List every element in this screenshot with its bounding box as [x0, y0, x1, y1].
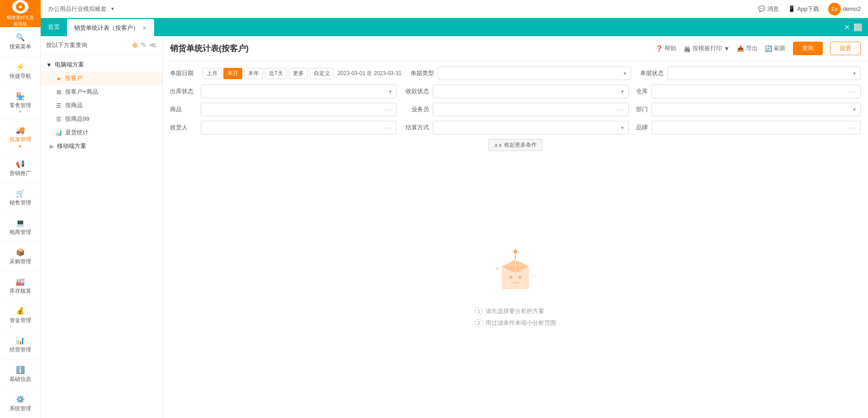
- collapse-side-icon[interactable]: ≪: [149, 41, 157, 49]
- settlement-select[interactable]: ▼: [433, 121, 628, 134]
- sidebar-item-inventory[interactable]: 🏭 库存核算: [0, 271, 40, 301]
- collection-status-select[interactable]: ▼: [433, 85, 628, 98]
- salesperson-label: 业务员: [402, 105, 429, 114]
- scheme-tree: ▼ 电脑端方案 ● 按客户 ⊞ 按客户+商品 ☰ 按商品: [41, 54, 162, 157]
- search-icon: 🔍: [16, 33, 25, 42]
- sidebar-item-basic[interactable]: ℹ️ 基础信息: [0, 360, 40, 389]
- edit-scheme-icon[interactable]: ✎: [141, 41, 146, 49]
- tree-item-by-customer[interactable]: ● 按客户: [41, 71, 162, 85]
- sidebar-logo: 畅捷通好生意 标准版: [0, 0, 41, 27]
- department-arrow-icon: ▼: [852, 107, 857, 112]
- collapse-button[interactable]: ∧∧ 收起更多条件: [488, 139, 542, 151]
- goods-select[interactable]: ···: [201, 103, 396, 116]
- sidebar-item-purchase[interactable]: 📦 采购管理: [0, 242, 40, 271]
- tree-item-by-goods[interactable]: ☰ 按商品: [41, 99, 162, 112]
- mobile-group-label: 移动端方案: [57, 142, 86, 150]
- refresh-action[interactable]: 🔄 刷新: [765, 44, 786, 52]
- by-goods-icon: ☰: [55, 102, 62, 109]
- date-label: 单据日期: [170, 69, 197, 77]
- sidebar-item-retail[interactable]: 🏪 零售管理 ▼: [0, 86, 40, 120]
- desktop-group-label: 电脑端方案: [55, 61, 84, 69]
- tree-group-desktop-header[interactable]: ▼ 电脑端方案: [41, 58, 162, 71]
- side-panel-title: 按以下方案查询: [46, 41, 128, 49]
- date-btn-last-7-days[interactable]: 近7天: [265, 68, 287, 79]
- warehouse-label: 仓库: [634, 87, 648, 95]
- by-customer-icon: ●: [55, 75, 62, 82]
- date-btn-this-month[interactable]: 本月: [223, 68, 242, 79]
- out-status-group: 出库状态 ▼: [170, 85, 396, 98]
- print-action[interactable]: 🖨️ 按模板打印 ▼: [684, 44, 730, 52]
- bill-status-select[interactable]: ▼: [667, 66, 861, 80]
- sidebar-item-ecommerce[interactable]: 💻 电商管理: [0, 213, 40, 242]
- receiver-group: 收货人 ···: [170, 121, 396, 134]
- brand-label: 品牌: [634, 124, 648, 132]
- bill-type-arrow-icon: ▼: [623, 71, 627, 76]
- tab-home-label: 首页: [48, 23, 60, 31]
- message-label: 消息: [767, 5, 779, 13]
- date-btn-last-month[interactable]: 上月: [203, 68, 222, 79]
- sidebar-wholesale-label: 批发管理: [9, 136, 31, 143]
- filter-row-2: 出库状态 ▼ 收款状态 ▼ 仓库: [170, 85, 861, 98]
- add-scheme-icon[interactable]: ⊕: [132, 41, 138, 49]
- bill-status-label: 单据状态: [637, 69, 664, 77]
- tree-group-mobile-header[interactable]: ▶ 移动端方案: [41, 139, 162, 153]
- tab-bar: 首页 销货单统计表（按客户） ✕ ✕ ⬜: [41, 18, 868, 36]
- date-btn-custom[interactable]: 自定义: [310, 68, 334, 79]
- bill-type-group: 单据类型 ▼: [407, 66, 631, 80]
- department-select[interactable]: ▼: [651, 103, 861, 116]
- settings-button[interactable]: 设置: [830, 42, 861, 55]
- account-name: 办公用品行业模拟账套: [48, 5, 107, 13]
- quick-nav-icon: ⚡: [16, 62, 25, 71]
- collection-status-arrow-icon: ▼: [620, 89, 625, 94]
- salesperson-select[interactable]: ···: [433, 103, 628, 116]
- receiver-select[interactable]: ···: [201, 121, 396, 134]
- export-action[interactable]: 📤 导出: [737, 44, 758, 52]
- app-download-btn[interactable]: 📱 App下载: [788, 5, 819, 13]
- empty-illustration: [488, 244, 542, 298]
- tab-sales-stats[interactable]: 销货单统计表（按客户） ✕: [67, 19, 154, 37]
- date-btn-more[interactable]: 更多: [289, 68, 308, 79]
- tree-item-return-stats[interactable]: 📊 退货统计: [41, 126, 162, 139]
- sidebar-item-wholesale[interactable]: 🚚 批发管理 ▲: [0, 120, 40, 154]
- account-dropdown-icon[interactable]: ▼: [110, 6, 115, 11]
- sidebar-item-system[interactable]: ⚙️ 系统管理: [0, 389, 40, 418]
- tip-num-1: 1: [475, 307, 483, 315]
- query-button[interactable]: 查询: [793, 42, 823, 55]
- window-maximize-icon[interactable]: ⬜: [854, 23, 863, 32]
- page-actions: ❓ 帮助 🖨️ 按模板打印 ▼ 📤 导出 🔄 刷新: [656, 42, 861, 55]
- tab-close-icon[interactable]: ✕: [142, 25, 147, 31]
- print-dropdown-icon[interactable]: ▼: [724, 45, 730, 52]
- refresh-icon: 🔄: [765, 45, 772, 52]
- brand-select[interactable]: ···: [651, 121, 861, 134]
- brand-dots-icon: ···: [849, 124, 857, 131]
- by-goods-99-label: 按商品99: [65, 115, 89, 123]
- window-close-icon[interactable]: ✕: [844, 23, 850, 32]
- out-status-select[interactable]: ▼: [201, 85, 396, 98]
- app-download-label: App下载: [797, 5, 819, 13]
- user-menu[interactable]: Ea demo2: [828, 3, 861, 15]
- message-btn[interactable]: 💬 消息: [758, 5, 779, 13]
- sidebar-search-label: 搜索菜单: [9, 43, 31, 51]
- tab-home[interactable]: 首页: [41, 18, 67, 36]
- sidebar-item-sales[interactable]: 🛒 销售管理: [0, 183, 40, 213]
- help-icon: ❓: [656, 45, 663, 52]
- bill-type-select[interactable]: ▼: [438, 66, 631, 80]
- receiver-label: 收货人: [170, 124, 197, 132]
- tip-num-2: 2: [475, 319, 483, 327]
- tree-item-by-goods-99[interactable]: ☰ 按商品99: [41, 112, 162, 126]
- sales-icon: 🛒: [16, 189, 25, 198]
- sidebar-item-finance[interactable]: 💰 资金管理: [0, 301, 40, 330]
- date-btn-this-year[interactable]: 本年: [244, 68, 263, 79]
- refresh-label: 刷新: [774, 44, 786, 52]
- help-action[interactable]: ❓ 帮助: [656, 44, 676, 52]
- message-icon: 💬: [758, 5, 765, 12]
- finance-icon: 💰: [16, 306, 25, 315]
- warehouse-select[interactable]: ···: [651, 85, 861, 98]
- sidebar-item-operations[interactable]: 📊 经营管理: [0, 330, 40, 360]
- sidebar-finance-label: 资金管理: [9, 317, 31, 324]
- sidebar-item-quick-nav[interactable]: ⚡ 快捷导航: [0, 57, 40, 86]
- tree-item-by-customer-goods[interactable]: ⊞ 按客户+商品: [41, 85, 162, 99]
- sidebar-item-search[interactable]: 🔍 搜索菜单: [0, 27, 40, 57]
- sidebar-item-marketing[interactable]: 📢 营销推广: [0, 154, 40, 183]
- svg-point-11: [533, 275, 534, 276]
